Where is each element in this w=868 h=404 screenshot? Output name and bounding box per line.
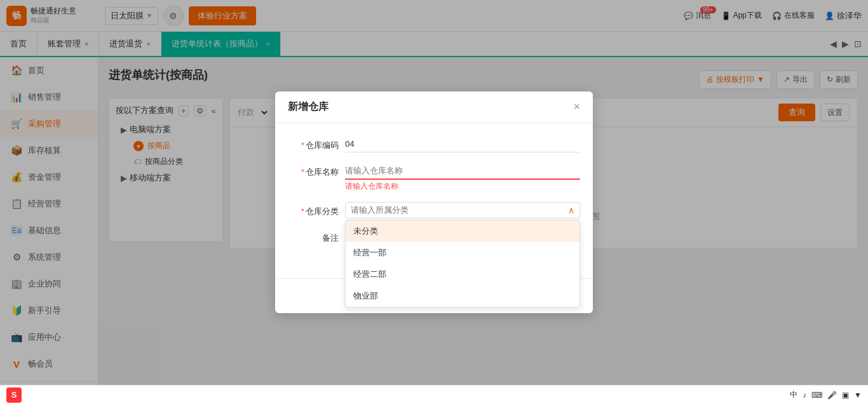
status-mic-icon[interactable]: 🎤	[827, 391, 837, 400]
status-zh-icon[interactable]: 中	[790, 389, 797, 400]
category-input[interactable]	[351, 205, 568, 215]
dropdown-item-0[interactable]: 未分类	[346, 220, 580, 242]
status-logo: S	[6, 387, 22, 403]
name-input[interactable]	[345, 163, 580, 180]
status-music-icon[interactable]: ♪	[803, 391, 806, 400]
name-input-wrapper: 请输入仓库名称	[345, 163, 580, 192]
code-input[interactable]	[345, 136, 580, 152]
dropdown-item-2[interactable]: 经营二部	[346, 264, 580, 285]
note-label: 备注	[288, 229, 339, 244]
modal-overlay: 新增仓库 × 仓库编码 仓库名称 请输入仓库名称 仓库分类	[0, 0, 868, 404]
category-wrapper: ∧ 未分类 经营一部 经营二部 物业部	[345, 202, 580, 219]
status-icons: 中 ♪ ⌨ 🎤 ▣ ▼	[790, 389, 862, 400]
dropdown-item-3[interactable]: 物业部	[346, 285, 580, 307]
form-row-name: 仓库名称 请输入仓库名称	[288, 163, 580, 192]
form-row-category: 仓库分类 ∧ 未分类 经营一部 经营二部 物业部	[288, 202, 580, 219]
name-error-msg: 请输入仓库名称	[345, 181, 580, 192]
status-keyboard-icon[interactable]: ⌨	[811, 391, 822, 400]
status-arrow-icon[interactable]: ▼	[854, 391, 862, 400]
dropdown-item-1[interactable]: 经营一部	[346, 242, 580, 264]
code-label: 仓库编码	[288, 136, 339, 151]
category-arrow-icon[interactable]: ∧	[568, 205, 574, 215]
modal-close-button[interactable]: ×	[573, 101, 580, 112]
category-input-row: ∧	[345, 202, 580, 219]
category-label: 仓库分类	[288, 202, 339, 217]
s-logo: S	[6, 387, 22, 403]
modal-header: 新增仓库 ×	[275, 91, 593, 123]
modal-title: 新增仓库	[288, 100, 329, 114]
status-screen-icon[interactable]: ▣	[842, 391, 849, 400]
form-row-code: 仓库编码	[288, 136, 580, 152]
category-dropdown: 未分类 经营一部 经营二部 物业部	[345, 220, 580, 307]
modal-body: 仓库编码 仓库名称 请输入仓库名称 仓库分类 ∧	[275, 123, 593, 278]
name-label: 仓库名称	[288, 163, 339, 178]
new-warehouse-modal: 新增仓库 × 仓库编码 仓库名称 请输入仓库名称 仓库分类	[275, 91, 593, 313]
status-bar: S 中 ♪ ⌨ 🎤 ▣ ▼	[0, 385, 868, 404]
